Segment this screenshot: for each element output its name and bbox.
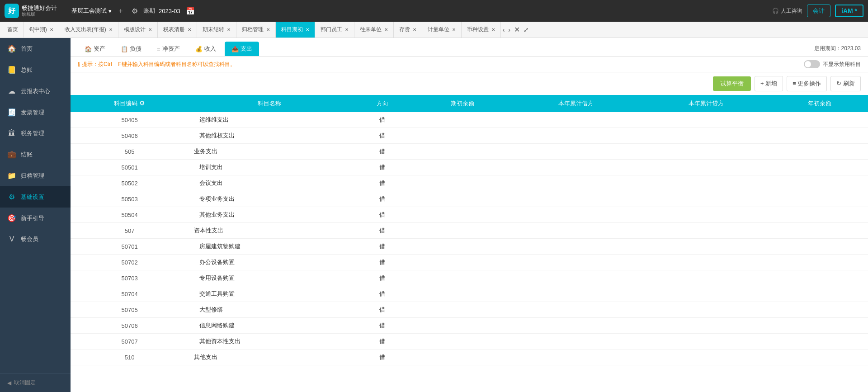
balance-button[interactable]: 试算平衡 [713,76,751,91]
sub-tab-expense[interactable]: 📤 支出 [225,42,259,56]
tab-close-unit[interactable]: ✕ [452,27,456,32]
sidebar-item-invoice[interactable]: 🧾 发票管理 [0,102,71,123]
cell-name: 专用设备购置 [189,270,350,286]
hint-icon: ℹ [78,61,80,68]
sidebar-item-reports[interactable]: ☁ 云报表中心 [0,80,71,102]
table-row[interactable]: 505 业务支出 借 [71,144,868,160]
sidebar-item-close[interactable]: 💼 结账 [0,144,71,165]
tab-period-end[interactable]: 期末结转 ✕ [197,22,236,38]
sidebar-item-ledger[interactable]: 📒 总账 [0,59,71,80]
account-button[interactable]: 会计 [807,5,830,17]
cell-direction: 借 [350,302,414,318]
add-tab-btn[interactable]: ＋ [115,5,126,18]
tab-template[interactable]: 模版设计 ✕ [118,22,158,38]
tab-close-annual[interactable]: ✕ [109,27,113,32]
tab-close-all-btn[interactable]: ✕ [512,25,522,34]
sub-tab-liability[interactable]: 📋 负债 [114,42,148,56]
table-row[interactable]: 50503 专项业务支出 借 [71,191,868,207]
table-row[interactable]: 50707 其他资本性支出 借 [71,334,868,349]
sub-tab-net-asset[interactable]: ≡ 净资产 [150,42,187,56]
period-value: 2023-03 [159,8,180,14]
cell-ytd-debit [511,302,641,318]
more-button[interactable]: ≡ 更多操作 [787,76,827,91]
sidebar-item-tax[interactable]: 🏛 税务管理 [0,123,71,144]
tab-close-inventory[interactable]: ✕ [413,27,416,32]
cell-initial-balance [414,144,511,160]
tab-partners[interactable]: 往来单位 ✕ [354,22,394,38]
table-row[interactable]: 50704 交通工具购置 借 [71,286,868,302]
table-row[interactable]: 50701 房屋建筑物购建 借 [71,239,868,255]
settings-btn[interactable]: ⚙ [130,5,140,17]
tab-subject-initial[interactable]: 科目期初 ✕ [276,22,315,38]
cell-code: 505 [71,144,189,160]
tab-close-department[interactable]: ✕ [345,27,349,32]
table-row[interactable]: 510 其他支出 借 [71,349,868,365]
add-button[interactable]: + 新增 [755,76,783,91]
table-row[interactable]: 50501 培训支出 借 [71,160,868,175]
sub-tab-asset[interactable]: 🏠 资产 [78,42,112,56]
table-row[interactable]: 507 资本性支出 借 [71,223,868,239]
cell-ytd-credit [641,144,771,160]
disabled-subjects-toggle[interactable] [804,60,820,68]
tab-tax[interactable]: 税表清册 ✕ [158,22,197,38]
tab-archive[interactable]: 归档管理 ✕ [236,22,276,38]
cell-direction: 借 [350,207,414,223]
cell-direction: 借 [350,239,414,255]
cell-direction: 借 [350,270,414,286]
cell-year-initial [771,112,868,128]
cell-name: 专项业务支出 [189,191,350,207]
tab-inventory[interactable]: 存货 ✕ [394,22,422,38]
table-row[interactable]: 50705 大型修缮 借 [71,302,868,318]
main-layout: 🏠 首页 📒 总账 ☁ 云报表中心 🧾 发票管理 🏛 税务管理 💼 结账 📁 归… [0,38,868,392]
cell-year-initial [771,349,868,365]
tab-interim[interactable]: €(中期) ✕ [24,22,59,38]
tab-close-interim[interactable]: ✕ [50,27,53,32]
tab-close-period-end[interactable]: ✕ [227,27,231,32]
tab-department[interactable]: 部门员工 ✕ [315,22,354,38]
tab-next-btn[interactable]: › [506,26,512,33]
logo-sub: 旗舰版 [22,12,57,17]
cell-year-initial [771,191,868,207]
table-row[interactable]: 50706 信息网络购建 借 [71,318,868,334]
tab-close-subject[interactable]: ✕ [306,27,309,32]
sidebar-item-settings[interactable]: ⚙ 基础设置 [0,186,71,208]
guide-icon: 🎯 [7,214,16,222]
sidebar-item-home[interactable]: 🏠 首页 [0,38,71,59]
cell-initial-balance [414,223,511,239]
cell-ytd-debit [511,112,641,128]
tab-close-currency[interactable]: ✕ [491,27,495,32]
sub-tab-income[interactable]: 💰 收入 [189,42,223,56]
tab-prev-btn[interactable]: ‹ [501,26,507,33]
cell-direction: 借 [350,334,414,349]
cell-ytd-credit [641,207,771,223]
sidebar-item-member[interactable]: V 畅会员 [0,229,71,250]
sub-tab-bar: 🏠 资产 📋 负债 ≡ 净资产 💰 收入 📤 支出 [71,38,868,56]
sidebar-item-archive[interactable]: 📁 归档管理 [0,165,71,186]
table-row[interactable]: 50703 专用设备购置 借 [71,270,868,286]
tab-annual[interactable]: 收入支出表(年报) ✕ [59,22,118,38]
tab-close-template[interactable]: ✕ [148,27,152,32]
tab-expand-btn[interactable]: ⤢ [522,26,531,33]
table-row[interactable]: 50406 其他维权支出 借 [71,128,868,144]
tab-home[interactable]: 首页 [2,22,24,38]
sidebar-collapse-btn[interactable]: ◀ 取消固定 [0,373,71,392]
tab-unit[interactable]: 计量单位 ✕ [422,22,462,38]
tab-currency[interactable]: 币种设置 ✕ [462,22,501,38]
table-row[interactable]: 50504 其他业务支出 借 [71,207,868,223]
service-button[interactable]: 🎧 人工咨询 [772,7,802,15]
cell-ytd-credit [641,334,771,349]
cell-initial-balance [414,128,511,144]
tab-close-archive[interactable]: ✕ [266,27,270,32]
col-settings-icon[interactable]: ⚙ [139,99,145,107]
calendar-icon[interactable]: 📅 [184,5,197,17]
cell-initial-balance [414,191,511,207]
tab-close-partners[interactable]: ✕ [384,27,388,32]
iam-button[interactable]: iAM * [835,5,863,17]
table-row[interactable]: 50502 会议支出 借 [71,175,868,191]
tab-close-tax[interactable]: ✕ [188,27,191,32]
refresh-button[interactable]: ↻ 刷新 [830,76,861,91]
sidebar-item-guide[interactable]: 🎯 新手引导 [0,208,71,229]
table-row[interactable]: 50702 办公设备购置 借 [71,255,868,270]
table-row[interactable]: 50405 运维维支出 借 [71,112,868,128]
toggle-area: 不显示禁用科目 [804,60,861,68]
